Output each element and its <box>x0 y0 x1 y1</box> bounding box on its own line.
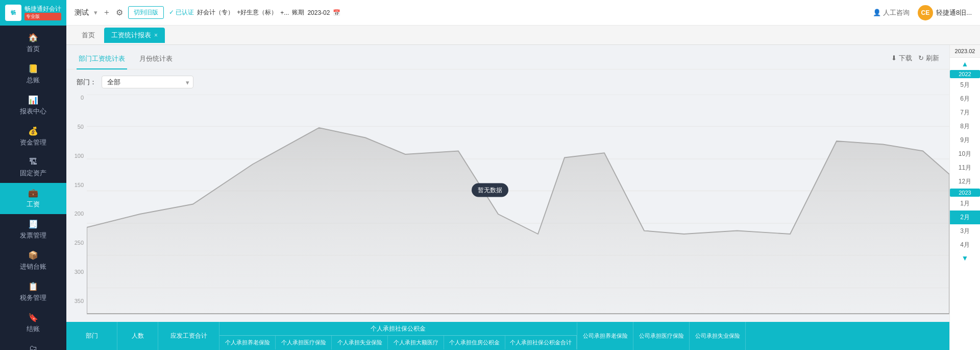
sidebar-item-label: 报表中心 <box>20 107 46 116</box>
sidebar-item-purchase[interactable]: 📦 进销台账 <box>0 245 66 276</box>
topbar-dropdown-arrow[interactable]: ▾ <box>94 9 97 16</box>
y-label-3: 200 <box>66 211 87 217</box>
sidebar-item-ledger[interactable]: 📒 总账 <box>0 59 66 90</box>
date-item-12[interactable]: 12月 <box>950 175 980 189</box>
switch-version-button[interactable]: 切到旧版 <box>128 6 164 19</box>
period-value: 2023-02 <box>307 9 330 16</box>
tab-close-button[interactable]: × <box>154 32 158 39</box>
area-chart <box>87 95 949 320</box>
date-item-2023-1[interactable]: 1月 <box>950 197 980 211</box>
filter-label: 部门： <box>77 78 96 87</box>
main-content: 部门工资统计表 月份统计表 ⬇ 下载 ↻ 刷新 <box>66 45 949 350</box>
th-personal-total: 个人承担社保公积金合计 <box>505 336 577 349</box>
sidebar-item-salary[interactable]: 💼 工资 <box>0 183 66 214</box>
sidebar-logo: 畅 畅捷通好会计 专业版 <box>0 0 66 26</box>
sub-tab-monthly[interactable]: 月份统计表 <box>137 51 175 69</box>
help-button[interactable]: 👤 人工咨询 <box>873 8 910 17</box>
archive-icon: 🗂 <box>29 344 37 350</box>
settle-icon: 🔖 <box>28 313 38 322</box>
table-header: 部门 人数 应发工资合计 个人承担社保公积金 个人承担养老保险 <box>66 322 949 350</box>
department-select-wrap: 全部 财务部 销售部 行政部 <box>102 76 193 88</box>
tax-icon: 📋 <box>28 282 38 291</box>
date-current: 2023.02 <box>950 45 980 58</box>
topbar-status: ✓ 已认证 好会计（专） +好生意（标） +... 账期 2023-02 📅 <box>169 8 340 17</box>
th-personal-pension: 个人承担养老保险 <box>219 336 276 349</box>
home-icon: 🏠 <box>28 33 38 42</box>
sidebar-item-label: 工资 <box>27 200 40 209</box>
refresh-button[interactable]: ↻ 刷新 <box>918 54 939 63</box>
th-personal-group: 个人承担社保公积金 个人承担养老保险 个人承担医疗保险 个人承担失业保险 个人承… <box>219 322 577 349</box>
sidebar-item-funds[interactable]: 💰 资金管理 <box>0 121 66 152</box>
date-item-10[interactable]: 10月 <box>950 147 980 161</box>
period-label: 账期 <box>292 8 304 17</box>
main-area: 测试 ▾ ＋ ⚙ 切到旧版 ✓ 已认证 好会计（专） +好生意（标） +... … <box>66 0 980 350</box>
reports-icon: 📊 <box>28 95 38 105</box>
date-item-5[interactable]: 5月 <box>950 78 980 92</box>
topbar-add-button[interactable]: ＋ <box>103 7 111 18</box>
th-company-unemployment: 公司承担失业保险 <box>690 322 746 350</box>
date-item-9[interactable]: 9月 <box>950 133 980 147</box>
y-axis: 350 300 250 200 150 100 50 0 <box>66 95 87 307</box>
filter-bar: 部门： 全部 财务部 销售部 行政部 <box>66 69 949 95</box>
date-panel: 2023.02 ▲ 2022 5月 6月 7月 8月 9月 10月 11月 12… <box>949 45 980 350</box>
y-label-6: 50 <box>66 124 87 130</box>
th-personal-unemployment: 个人承担失业保险 <box>332 336 388 349</box>
refresh-icon: ↻ <box>918 54 924 62</box>
sidebar-item-label: 固定资产 <box>20 169 46 178</box>
ledger-icon: 📒 <box>28 64 38 74</box>
sidebar-item-home[interactable]: 🏠 首页 <box>0 28 66 59</box>
tab-home[interactable]: 首页 <box>75 28 102 43</box>
department-select[interactable]: 全部 财务部 销售部 行政部 <box>102 76 193 88</box>
sidebar-item-label: 进销台账 <box>20 262 46 271</box>
funds-icon: 💰 <box>28 126 38 136</box>
date-item-2023-3[interactable]: 3月 <box>950 224 980 238</box>
y-label-5: 100 <box>66 153 87 159</box>
y-label-7: 0 <box>66 95 87 101</box>
date-item-7[interactable]: 7月 <box>950 106 980 120</box>
help-icon: 👤 <box>873 9 881 16</box>
th-personal-medical: 个人承担医疗保险 <box>276 336 332 349</box>
th-count: 人数 <box>117 322 158 350</box>
date-nav-up[interactable]: ▲ <box>950 58 980 70</box>
th-dept: 部门 <box>66 322 117 350</box>
date-nav-down[interactable]: ▼ <box>950 252 980 264</box>
accounting-type: 好会计（专） <box>197 8 234 17</box>
y-label-2: 250 <box>66 240 87 246</box>
sidebar-item-reports[interactable]: 📊 报表中心 <box>0 90 66 121</box>
sidebar: 畅 畅捷通好会计 专业版 🏠 首页 📒 总账 📊 报表中心 💰 资金管理 🏗 固… <box>0 0 66 350</box>
invoice-icon: 🧾 <box>28 219 38 229</box>
user-menu[interactable]: CE 轻捷通8旧... <box>918 5 972 20</box>
topbar-title: 测试 <box>75 8 89 17</box>
sidebar-item-archive[interactable]: 🗂 归档管理 <box>0 339 66 350</box>
sidebar-item-label: 结账 <box>27 324 40 334</box>
sub-tabs-left: 部门工资统计表 月份统计表 <box>77 51 175 69</box>
topbar-settings-button[interactable]: ⚙ <box>116 8 123 17</box>
user-name: 轻捷通8旧... <box>936 8 972 17</box>
date-item-2023-4[interactable]: 4月 <box>950 238 980 252</box>
sidebar-item-label: 发票管理 <box>20 231 46 240</box>
th-group-title: 个人承担社保公积金 <box>219 322 577 336</box>
sidebar-item-label: 资金管理 <box>20 138 46 147</box>
topbar: 测试 ▾ ＋ ⚙ 切到旧版 ✓ 已认证 好会计（专） +好生意（标） +... … <box>66 0 980 26</box>
date-item-2023-2[interactable]: 2月 <box>950 211 980 224</box>
sidebar-item-settle[interactable]: 🔖 结账 <box>0 308 66 339</box>
download-button[interactable]: ⬇ 下载 <box>891 54 912 63</box>
verified-status: ✓ 已认证 <box>169 8 194 17</box>
purchase-icon: 📦 <box>28 250 38 260</box>
date-item-11[interactable]: 11月 <box>950 161 980 175</box>
sidebar-item-tax[interactable]: 📋 税务管理 <box>0 276 66 308</box>
y-label-4: 150 <box>66 182 87 188</box>
calendar-icon[interactable]: 📅 <box>333 9 340 16</box>
download-icon: ⬇ <box>891 54 897 62</box>
th-personal-large-medical: 个人承担大额医疗 <box>388 336 444 349</box>
th-personal-housing: 个人承担住房公积金 <box>444 336 505 349</box>
date-item-8[interactable]: 8月 <box>950 120 980 133</box>
date-item-6[interactable]: 6月 <box>950 92 980 106</box>
main-body: 部门工资统计表 月份统计表 ⬇ 下载 ↻ 刷新 <box>66 45 980 350</box>
sidebar-item-assets[interactable]: 🏗 固定资产 <box>0 152 66 183</box>
logo-icon: 畅 <box>5 5 21 21</box>
sub-tab-dept[interactable]: 部门工资统计表 <box>77 51 127 69</box>
tab-salary-report[interactable]: 工资统计报表 × <box>104 28 165 43</box>
tab-bar: 首页 工资统计报表 × <box>66 26 980 45</box>
sidebar-item-invoice[interactable]: 🧾 发票管理 <box>0 214 66 245</box>
